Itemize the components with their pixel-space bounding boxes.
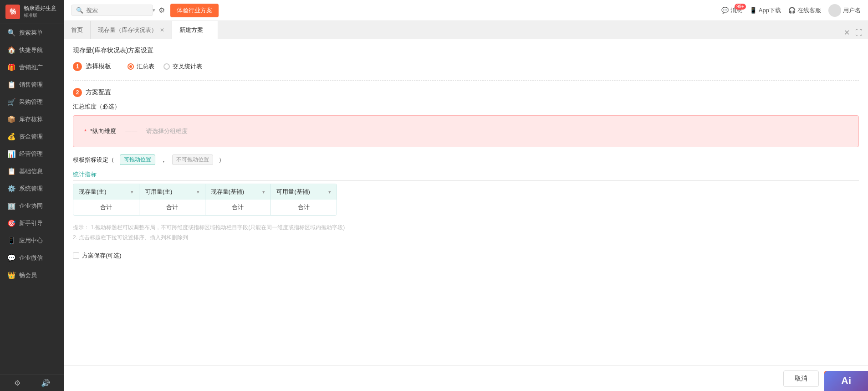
save-checkbox[interactable] — [73, 252, 79, 259]
radio-crosstab[interactable]: 交叉统计表 — [163, 62, 202, 71]
indicator-settings-label: 模板指标设定（ — [73, 156, 114, 164]
customer-service-button[interactable]: 🎧 在线客服 — [788, 6, 821, 15]
operations-icon: 📊 — [7, 150, 15, 158]
sidebar-item-label: 库存核算 — [19, 115, 43, 123]
page-title: 现存量(库存状况表)方案设置 — [73, 46, 859, 55]
messages-button[interactable]: 💬 消息 99+ — [721, 6, 742, 15]
col-4-chevron[interactable]: ▾ — [328, 189, 331, 195]
sidebar-item-quick-nav[interactable]: 🏠 快捷导航 — [0, 41, 64, 59]
user-menu[interactable]: 用户名 — [828, 4, 861, 17]
radio-summary-circle — [128, 63, 134, 70]
tab-close-icon[interactable]: ✕ — [842, 26, 852, 39]
cell-4: 合计 — [271, 200, 337, 215]
indicator-separator: ， — [161, 156, 167, 164]
cancel-button[interactable]: 取消 — [783, 370, 819, 387]
tab-expand-icon[interactable]: ⛶ — [853, 27, 864, 39]
col-1-chevron[interactable]: ▾ — [131, 189, 133, 195]
col-4-header: 可用量(基辅) ▾ — [271, 184, 337, 200]
tip-1: 1.拖动标题栏可以调整布局，不可跨维度或指标区域拖动栏目字段(只能在同一维度或指… — [91, 224, 345, 231]
col-3-header: 现存量(基辅) ▾ — [205, 184, 271, 200]
tabbar: 首页 现存量（库存状况表） ✕ 新建方案 ✕ ✕ ⛶ — [64, 21, 868, 39]
sound-button[interactable]: 🔊 — [41, 379, 50, 387]
tab-close-inventory[interactable]: ✕ — [160, 27, 164, 33]
search-box[interactable]: 🔍 ▾ — [71, 5, 153, 16]
ai-badge-text: Ai — [841, 375, 851, 387]
sidebar-footer: ⚙ 🔊 — [0, 375, 64, 391]
headset-icon: 🎧 — [788, 7, 796, 14]
tab-close-new-plan[interactable]: ✕ — [206, 27, 210, 33]
tips-header: 提示： — [73, 224, 89, 231]
sidebar-item-operations[interactable]: 📊 经营管理 — [0, 145, 64, 163]
sidebar-item-label: 应用中心 — [19, 237, 43, 245]
search-input[interactable] — [86, 7, 150, 14]
wechat-icon: 💬 — [7, 254, 15, 262]
stats-table-header: 现存量(主) ▾ 可用量(主) ▾ 现存量(基辅) ▾ 可用量(基辅) — [73, 184, 337, 200]
sidebar-item-label: 企业微信 — [19, 254, 43, 262]
col-2-header: 可用量(主) ▾ — [139, 184, 205, 200]
app-download-button[interactable]: 📱 App下载 — [750, 6, 781, 15]
sidebar-item-vip[interactable]: 👑 畅会员 — [0, 267, 64, 284]
topbar: 🔍 ▾ ⚙ 体验行业方案 💬 消息 99+ 📱 App下载 🎧 在线客服 用 — [64, 0, 868, 21]
gear-icon[interactable]: ⚙ — [158, 6, 165, 15]
vertical-dim-label: *纵向维度 — [90, 127, 116, 135]
sidebar-item-newbie[interactable]: 🎯 新手引导 — [0, 215, 64, 232]
messages-badge: 99+ — [735, 4, 746, 10]
ai-badge[interactable]: Ai — [824, 371, 868, 391]
user-name: 用户名 — [843, 6, 861, 15]
vertical-dim-placeholder[interactable]: 请选择分组维度 — [146, 127, 188, 135]
sidebar-item-inventory[interactable]: 📦 库存核算 — [0, 111, 64, 128]
not-draggable-badge: 不可拖动位置 — [172, 154, 213, 165]
dimension-box: * *纵向维度 —— 请选择分组维度 — [73, 115, 859, 147]
tab-inventory-status[interactable]: 现存量（库存状况表） ✕ — [91, 21, 172, 39]
col-1-header: 现存量(主) ▾ — [73, 184, 139, 200]
sidebar-brand: 畅 畅康通好生意 标准版 — [0, 0, 64, 24]
sidebar-item-label: 搜索菜单 — [19, 29, 43, 37]
tab-home[interactable]: 首页 — [64, 21, 91, 39]
sidebar-item-sales[interactable]: 📋 销售管理 — [0, 76, 64, 93]
dimension-required-label: 汇总维度（必选） — [73, 103, 859, 111]
sidebar-item-wechat[interactable]: 💬 企业微信 — [0, 249, 64, 267]
sidebar-item-label: 资金管理 — [19, 133, 43, 141]
col-3-chevron[interactable]: ▾ — [262, 189, 265, 195]
sidebar-item-finance[interactable]: 💰 资金管理 — [0, 128, 64, 145]
action-bar: 取消 查询 — [64, 365, 868, 391]
sidebar-item-label: 营销推广 — [19, 63, 43, 72]
col-4-label: 可用量(基辅) — [276, 188, 310, 196]
tab-new-plan[interactable]: 新建方案 ✕ — [172, 21, 218, 39]
vip-icon: 👑 — [7, 271, 15, 279]
message-icon: 💬 — [721, 7, 729, 14]
col-3-label: 现存量(基辅) — [211, 188, 245, 196]
stats-title: 统计指标 — [73, 170, 859, 181]
finance-icon: 💰 — [7, 133, 15, 141]
settings-button[interactable]: ⚙ — [14, 379, 20, 387]
search-icon: 🔍 — [76, 7, 83, 14]
section-2: 2 方案配置 汇总维度（必选） * *纵向维度 —— 请选择分组维度 模板指标设… — [73, 88, 859, 242]
dropdown-icon[interactable]: ▾ — [153, 7, 155, 13]
sidebar-nav: 🔍 搜索菜单 🏠 快捷导航 🎁 营销推广 📋 销售管理 🛒 采购管理 📦 库存核… — [0, 24, 64, 375]
basic-info-icon: 📋 — [7, 167, 15, 175]
sidebar-item-system[interactable]: ⚙️ 系统管理 — [0, 180, 64, 197]
sidebar-item-label: 新手引导 — [19, 219, 43, 227]
section-1: 1 选择模板 汇总表 交叉统计表 — [73, 62, 859, 71]
brand-name: 畅康通好生意 — [24, 5, 56, 12]
cell-3: 合计 — [205, 200, 271, 215]
cell-1: 合计 — [73, 200, 139, 215]
tip-label: 提示： 1.拖动标题栏可以调整布局，不可跨维度或指标区域拖动栏目字段(只能在同一… — [73, 223, 859, 233]
trial-button[interactable]: 体验行业方案 — [170, 4, 219, 17]
sidebar-item-basic-info[interactable]: 📋 基础信息 — [0, 163, 64, 180]
col-1-label: 现存量(主) — [79, 188, 107, 196]
sidebar-item-purchase[interactable]: 🛒 采购管理 — [0, 93, 64, 111]
radio-summary[interactable]: 汇总表 — [128, 62, 154, 71]
sidebar-item-app-center[interactable]: 📱 应用中心 — [0, 232, 64, 249]
sidebar-item-marketing[interactable]: 🎁 营销推广 — [0, 59, 64, 76]
radio-crosstab-label: 交叉统计表 — [173, 62, 202, 71]
tips-section: 提示： 1.拖动标题栏可以调整布局，不可跨维度或指标区域拖动栏目字段(只能在同一… — [73, 223, 859, 242]
search-menu-icon: 🔍 — [7, 29, 15, 37]
gift-icon: 🎁 — [7, 63, 15, 72]
app-center-icon: 📱 — [7, 237, 15, 245]
col-2-chevron[interactable]: ▾ — [197, 189, 199, 195]
sidebar-item-enterprise[interactable]: 🏢 企业协同 — [0, 197, 64, 215]
col-2-label: 可用量(主) — [145, 188, 173, 196]
home-icon: 🏠 — [7, 46, 15, 54]
sidebar-item-search-menu[interactable]: 🔍 搜索菜单 — [0, 24, 64, 41]
